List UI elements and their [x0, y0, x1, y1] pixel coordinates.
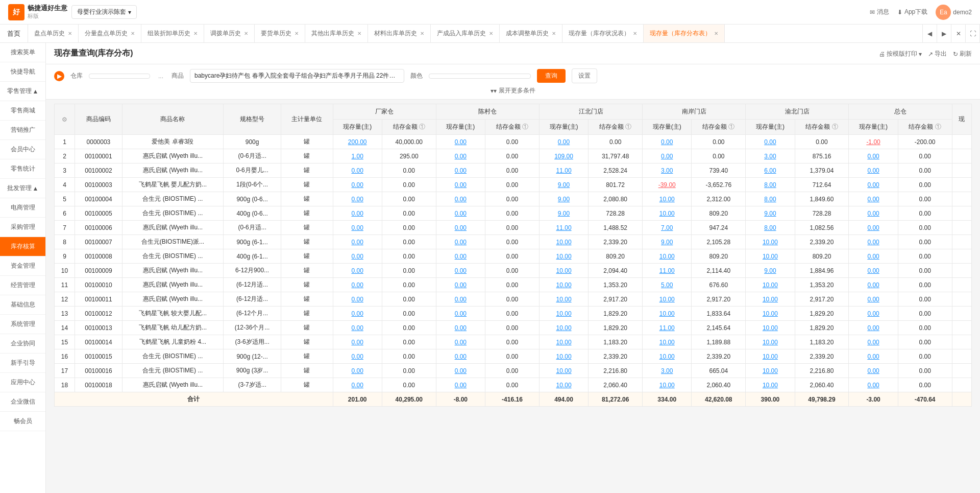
- qty-link[interactable]: 0.00: [455, 382, 467, 389]
- sidebar-item-guide[interactable]: 新手引导: [0, 354, 45, 373]
- qty-link[interactable]: 11.00: [556, 224, 572, 231]
- qty-link[interactable]: 0.00: [455, 181, 467, 189]
- qty-link[interactable]: 0.00: [455, 210, 467, 217]
- qty-link[interactable]: 10.00: [659, 296, 675, 303]
- sidebar-item-marketing[interactable]: 营销推广: [0, 121, 45, 140]
- qty-link[interactable]: 3.00: [661, 167, 673, 174]
- qty-link[interactable]: 5.00: [661, 281, 673, 289]
- qty-link[interactable]: 10.00: [763, 296, 778, 303]
- query-button[interactable]: 查询: [537, 69, 566, 83]
- qty-link[interactable]: 10.00: [659, 339, 675, 346]
- qty-link[interactable]: 0.00: [661, 138, 673, 146]
- qty-link[interactable]: 0.00: [867, 324, 879, 332]
- qty-link[interactable]: 0.00: [352, 224, 363, 231]
- qty-link[interactable]: 0.00: [455, 167, 467, 174]
- qty-link[interactable]: 0.00: [352, 281, 363, 289]
- store-selector[interactable]: 母婴行业演示陈套 ▾: [71, 5, 137, 19]
- tab-close-icon[interactable]: ✕: [552, 31, 556, 36]
- qty-link[interactable]: 0.00: [455, 324, 467, 332]
- tab-cpcrk[interactable]: 产成品入库单历史 ✕: [431, 25, 500, 42]
- qty-link[interactable]: 9.00: [558, 210, 570, 217]
- qty-link[interactable]: 0.00: [352, 210, 363, 217]
- qty-link[interactable]: 10.00: [763, 367, 778, 374]
- qty-link[interactable]: 0.00: [867, 181, 879, 189]
- tab-close-icon[interactable]: ✕: [357, 31, 361, 36]
- sidebar-item-member2[interactable]: 畅会员: [0, 412, 45, 431]
- color-input[interactable]: [429, 74, 531, 79]
- qty-link[interactable]: 0.00: [661, 153, 673, 160]
- print-btn[interactable]: 🖨 按模版打印 ▾: [879, 50, 922, 58]
- warehouse-input[interactable]: [89, 74, 150, 79]
- sidebar-item-system[interactable]: 系统管理: [0, 315, 45, 334]
- tab-close-icon[interactable]: ✕: [68, 31, 72, 36]
- qty-link[interactable]: -1.00: [866, 138, 880, 146]
- qty-link[interactable]: 0.00: [455, 153, 467, 160]
- qty-link[interactable]: 0.00: [558, 138, 570, 146]
- qty-link[interactable]: 10.00: [556, 353, 572, 360]
- tab-pddlsh[interactable]: 盘点单历史 ✕: [28, 25, 79, 42]
- warehouse-ellipsis[interactable]: ...: [156, 73, 165, 80]
- sidebar-item-collab[interactable]: 企业协同: [0, 334, 45, 354]
- sidebar-item-nav[interactable]: 快捷导航: [0, 62, 45, 82]
- tab-close-icon[interactable]: ✕: [714, 31, 718, 36]
- tab-close-icon[interactable]: ✕: [633, 31, 637, 36]
- qty-link[interactable]: 10.00: [763, 310, 778, 317]
- qty-link[interactable]: 10.00: [763, 253, 778, 260]
- product-input[interactable]: babycare孕妇待产包 春季入院全套母子组合孕妇产后冬季月子用品 22件套 …: [190, 69, 404, 83]
- tab-flpdlsh[interactable]: 分量盘点单历史 ✕: [79, 25, 141, 42]
- qty-link[interactable]: 0.00: [455, 196, 467, 203]
- qty-link[interactable]: 10.00: [763, 353, 778, 360]
- qty-link[interactable]: 10.00: [763, 382, 778, 389]
- qty-link[interactable]: 10.00: [659, 253, 675, 260]
- qty-link[interactable]: 10.00: [763, 324, 778, 332]
- qty-link[interactable]: 0.00: [867, 224, 879, 231]
- sidebar-item-retail-mall[interactable]: 零售商城: [0, 101, 45, 121]
- qty-link[interactable]: 0.00: [352, 239, 363, 246]
- qty-link[interactable]: 0.00: [867, 253, 879, 260]
- tab-close-icon[interactable]: ✕: [244, 31, 248, 36]
- qty-link[interactable]: 0.00: [867, 339, 879, 346]
- sidebar-item-wechat[interactable]: 企业微信: [0, 392, 45, 412]
- filter-expand-toggle[interactable]: ▶: [54, 71, 64, 81]
- qty-link[interactable]: 8.00: [764, 224, 776, 231]
- qty-link[interactable]: 11.00: [659, 267, 675, 274]
- sidebar-item-inventory[interactable]: 库存核算: [0, 237, 45, 256]
- qty-link[interactable]: 10.00: [659, 210, 675, 217]
- setting-button[interactable]: 设置: [572, 68, 597, 83]
- sidebar-item-finance[interactable]: 资金管理: [0, 256, 45, 276]
- qty-link[interactable]: 0.00: [867, 153, 879, 160]
- qty-link[interactable]: 10.00: [556, 310, 572, 317]
- qty-link[interactable]: 10.00: [659, 382, 675, 389]
- sidebar-item-wholesale[interactable]: 批发管理 ▲: [0, 179, 45, 198]
- tab-close-icon[interactable]: ✕: [193, 31, 198, 36]
- qty-link[interactable]: 10.00: [763, 339, 778, 346]
- qty-link[interactable]: 0.00: [352, 167, 363, 174]
- qty-link[interactable]: 9.00: [558, 181, 570, 189]
- tab-close-icon[interactable]: ✕: [420, 31, 424, 36]
- qty-link[interactable]: -39.00: [658, 181, 676, 189]
- tab-home[interactable]: 首页: [0, 25, 28, 42]
- qty-link[interactable]: 0.00: [455, 224, 467, 231]
- qty-link[interactable]: 0.00: [455, 367, 467, 374]
- qty-link[interactable]: 109.00: [554, 153, 573, 160]
- qty-link[interactable]: 10.00: [556, 339, 572, 346]
- qty-link[interactable]: 10.00: [763, 239, 778, 246]
- info-icon[interactable]: ①: [935, 123, 941, 130]
- qty-link[interactable]: 0.00: [455, 253, 467, 260]
- info-icon[interactable]: ①: [522, 123, 528, 130]
- qty-link[interactable]: 10.00: [763, 281, 778, 289]
- qty-link[interactable]: 0.00: [867, 310, 879, 317]
- qty-link[interactable]: 0.00: [352, 382, 363, 389]
- sidebar-item-search[interactable]: 搜索英单: [0, 43, 45, 62]
- qty-link[interactable]: 10.00: [556, 239, 572, 246]
- qty-link[interactable]: 11.00: [556, 167, 572, 174]
- qty-link[interactable]: 10.00: [659, 310, 675, 317]
- tab-xclkfbt[interactable]: 现存量（库存分布表） ✕: [644, 25, 725, 42]
- qty-link[interactable]: 0.00: [352, 267, 363, 274]
- qty-link[interactable]: 0.00: [867, 167, 879, 174]
- app-download-btn[interactable]: ⬇ App下载: [897, 8, 927, 16]
- tab-next-btn[interactable]: ▶: [937, 25, 951, 43]
- qty-link[interactable]: 0.00: [867, 239, 879, 246]
- expand-conditions-btn[interactable]: ▾▾ 展开更多条件: [491, 86, 535, 95]
- tab-close-icon[interactable]: ✕: [489, 31, 493, 36]
